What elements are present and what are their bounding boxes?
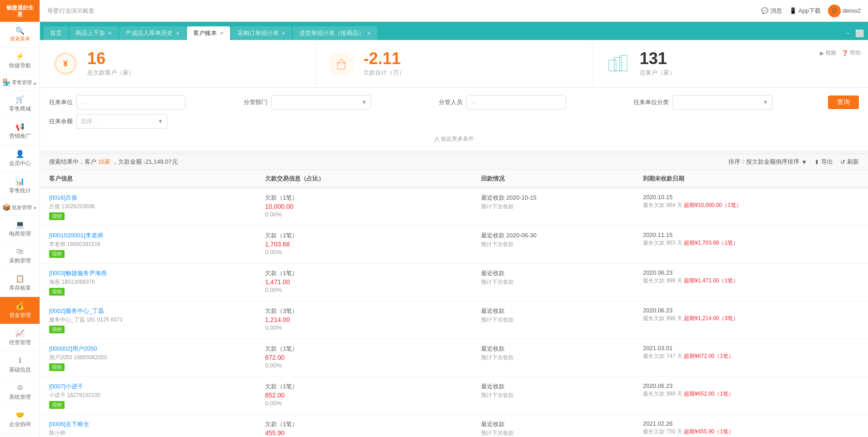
- recovery-info-5: 最近收款 预计下次收款: [481, 382, 643, 399]
- balance-placeholder: 选择...: [80, 117, 158, 126]
- tab-close-production-history[interactable]: ✕: [176, 30, 180, 36]
- overdue-days-5: 最长欠款 998 天 超期¥652.00（1笔）: [643, 390, 859, 398]
- tab-home[interactable]: 首页: [44, 26, 68, 40]
- tab-close-customer-account[interactable]: ✕: [220, 30, 224, 36]
- search-button[interactable]: 查询: [828, 95, 859, 109]
- stat-icon-owing: ¥: [51, 49, 80, 78]
- export-icon: ⬆: [814, 159, 819, 166]
- overdue-amount-6: 超期¥455.90（1笔）: [684, 428, 734, 435]
- overdue-days-4: 最长欠款 747 天 超期¥672.00（1笔）: [643, 352, 859, 360]
- tab-inbound-stat[interactable]: 进货单统计表（按商品） ✕: [293, 26, 377, 40]
- filter-manager: 分管人员 ···: [439, 95, 626, 110]
- customer-name-link-3[interactable]: [0002]服务中心_丁磊: [49, 307, 104, 314]
- sidebar-item-operations-mgmt[interactable]: 📈 经营管理: [0, 324, 40, 352]
- total-debt-label: 欠款合计（万）: [363, 69, 581, 77]
- sort-select[interactable]: 排序：按欠款金额倒序排序 ▼: [728, 158, 807, 166]
- manager-input[interactable]: ···: [466, 95, 566, 110]
- tab-close-products-off[interactable]: ✕: [108, 30, 112, 36]
- tab-close-inbound-stat[interactable]: ✕: [367, 30, 371, 36]
- debt-count-0: 欠款（1笔）: [265, 194, 481, 202]
- debt-percent-2: 0.00%: [265, 286, 481, 293]
- tab-customer-account[interactable]: 客户账本 ✕: [187, 26, 230, 40]
- from-unit-input[interactable]: ···: [76, 95, 186, 110]
- customer-tag-0: 现销: [49, 212, 65, 220]
- debt-amount-2: 1,471.00: [265, 278, 481, 286]
- next-payment-4: 预计下次收款: [481, 354, 643, 362]
- sidebar-item-retail-store[interactable]: 🛒 零售商城: [0, 90, 40, 118]
- sidebar-item-wholesale-mgmt[interactable]: 📦 批发管理 ▼: [0, 200, 40, 216]
- customer-name-link-2[interactable]: [0003]畅捷服务尹海燕: [49, 270, 107, 276]
- sidebar-item-retail-stats[interactable]: 📊 零售统计: [0, 172, 40, 200]
- customer-name-link-1[interactable]: [0001020001]李老师: [49, 232, 103, 239]
- owing-customers-label: 总欠款客户（家）: [87, 69, 305, 77]
- unit-class-select[interactable]: ▼: [672, 95, 773, 110]
- dept-select[interactable]: ▼: [271, 95, 371, 110]
- export-btn[interactable]: ⬆ 导出: [814, 158, 833, 166]
- collapse-more-area: ⋀ 收起更多条件: [49, 133, 859, 146]
- app-download-btn[interactable]: 📱 App下载: [789, 7, 821, 15]
- sidebar-item-purchase-mgmt[interactable]: 🛍 采购管理: [0, 243, 40, 270]
- table-row: [0002]服务中心_丁磊 服务中心_丁磊 181 0125 8371 现销 欠…: [40, 301, 868, 339]
- stat-icon-total: [603, 49, 632, 78]
- last-payment-5: 最近收款: [481, 382, 643, 391]
- overdue-days-3: 最长欠款 998 天 超期¥1,214.00（3笔）: [643, 315, 859, 322]
- sidebar-item-enterprise-collab[interactable]: 🤝 企业协同: [0, 406, 40, 433]
- balance-select[interactable]: 选择... ▼: [76, 114, 167, 129]
- sidebar-item-ecommerce-mgmt[interactable]: 💻 电商管理: [0, 216, 40, 243]
- debt-info-6: 欠款（1笔） 455.90 0.00%: [265, 420, 481, 437]
- sidebar-item-base-info[interactable]: ℹ 基础信息: [0, 352, 40, 379]
- stat-info-owing: 16 总欠款客户（家）: [87, 50, 305, 77]
- last-payment-1: 最近收款 2020-06-30: [481, 231, 643, 240]
- debt-info-3: 欠款（3笔） 1,214.00 0.00%: [265, 307, 481, 331]
- debt-percent-3: 0.00%: [265, 324, 481, 331]
- debt-count-3: 欠款（3笔）: [265, 307, 481, 315]
- tab-close-purchase-stat[interactable]: ✕: [281, 30, 286, 36]
- tab-purchase-stat[interactable]: 采购订单统计表 ✕: [231, 26, 292, 40]
- customer-contact-0: 吕俊 13026203696: [49, 203, 265, 211]
- filter-row-2: 往来余额 选择... ▼: [49, 114, 859, 129]
- tab-minimize-icon[interactable]: －: [844, 29, 852, 38]
- sidebar-item-retail-mgmt[interactable]: 🏪 零售管理 ▲: [0, 75, 40, 90]
- tab-production-history[interactable]: 产成品入库单历史 ✕: [119, 26, 186, 40]
- debt-amount-4: 672.00: [265, 354, 481, 361]
- sidebar-item-system-mgmt[interactable]: ⚙ 系统管理: [0, 379, 40, 406]
- debt-percent-4: 0.00%: [265, 362, 481, 369]
- refresh-btn[interactable]: ↺ 刷新: [840, 158, 859, 166]
- sidebar-item-marketing[interactable]: 📢 营销推广: [0, 118, 40, 145]
- content-area: ¥ 16 总欠款客户（家） -2.11: [40, 40, 868, 437]
- sidebar-item-search-menu[interactable]: 🔍 搜索菜单: [0, 22, 40, 47]
- last-payment-0: 最近收款 2020-10-15: [481, 194, 643, 202]
- help-action-btn[interactable]: ❓ 帮助: [842, 49, 861, 57]
- due-info-2: 2020.06.23 最长欠款 998 天 超期¥1,471.00（1笔）: [643, 269, 859, 285]
- recovery-info-6: 最近收款 预计下次收款: [481, 420, 643, 437]
- due-date-2: 2020.06.23: [643, 269, 859, 276]
- customer-name-link-5[interactable]: [0007]小进干: [49, 383, 83, 390]
- sidebar-item-member-center[interactable]: 👤 会员中心: [0, 145, 40, 172]
- customer-name-link-6[interactable]: [0006]去下粮仓: [49, 421, 89, 427]
- debt-amount-3: 1,214.00: [265, 316, 481, 323]
- filter-balance: 往来余额 选择... ▼: [49, 114, 859, 129]
- overdue-days-6: 最长欠款 750 天 超期¥455.90（1笔）: [643, 428, 859, 436]
- debt-info-2: 欠款（1笔） 1,471.00 0.00%: [265, 269, 481, 293]
- manager-label: 分管人员: [439, 98, 462, 106]
- sidebar-item-finance-mgmt[interactable]: 💰 资金管理: [0, 297, 40, 324]
- sidebar-item-new-guide[interactable]: 🎯 新手引导: [0, 433, 40, 437]
- overdue-amount-4: 超期¥672.00（1笔）: [684, 353, 734, 359]
- customer-tag-2: 现销: [49, 288, 65, 296]
- customer-tag-3: 现销: [49, 326, 65, 333]
- overdue-days-0: 最长欠款 884 天 超期¥10,000.00（1笔）: [643, 201, 859, 209]
- tab-maximize-icon[interactable]: ⬜: [855, 29, 864, 38]
- customer-name-link-0[interactable]: [0016]吕俊: [49, 194, 77, 201]
- due-date-6: 2021.02.26: [643, 420, 859, 427]
- recovery-info-4: 最近收款 预计下次收款: [481, 345, 643, 362]
- next-payment-3: 预计下次收款: [481, 316, 643, 324]
- customer-name-link-4[interactable]: [000002]用户2050: [49, 345, 97, 352]
- video-action-btn[interactable]: ▶ 视频: [820, 49, 836, 57]
- next-payment-5: 预计下次收款: [481, 392, 643, 399]
- collapse-more-btn[interactable]: ⋀ 收起更多条件: [435, 135, 474, 143]
- user-menu[interactable]: D demo2: [828, 5, 861, 17]
- tab-products-off[interactable]: 商品上下架 ✕: [69, 26, 118, 40]
- sidebar-item-quick-nav[interactable]: ⚡ 快捷导航: [0, 47, 40, 75]
- message-btn[interactable]: 💬 消息: [761, 7, 782, 15]
- sidebar-item-inventory-check[interactable]: 📋 库存核算: [0, 270, 40, 297]
